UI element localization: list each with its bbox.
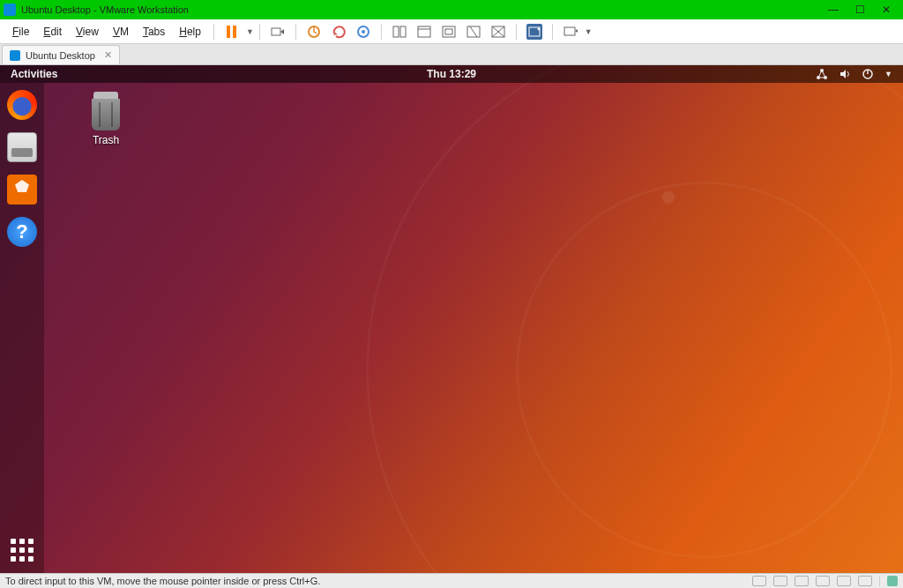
fullscreen-button[interactable] [526,24,542,40]
close-tab-button[interactable]: ✕ [104,49,112,61]
svg-rect-6 [418,26,430,37]
minimize-button[interactable]: — [820,4,847,16]
fit-guest-button[interactable] [392,24,407,40]
svg-rect-8 [443,26,455,37]
messages-icon[interactable] [887,576,898,586]
gnome-top-bar: Activities Thu 13:29 ▼ [0,65,903,83]
usb-icon[interactable] [816,576,830,586]
volume-icon [839,68,851,80]
guest-desktop[interactable]: Activities Thu 13:29 ▼ Trash [0,65,903,573]
snapshot-manage-button[interactable] [355,24,371,40]
svg-line-11 [470,26,477,37]
menu-vm[interactable]: VM [106,22,136,41]
vm-icon [10,50,20,61]
svg-rect-4 [393,26,399,37]
svg-rect-5 [400,26,406,37]
device-tray [752,576,898,586]
svg-rect-16 [564,27,575,35]
menu-help[interactable]: Help [172,22,208,41]
dock-firefox[interactable] [7,90,37,120]
pause-vm-button[interactable] [224,24,240,40]
fit-window-button[interactable] [416,24,432,40]
separator-icon [295,24,296,40]
stretch-button[interactable] [441,24,457,40]
separator-icon [213,24,214,40]
status-hint: To direct input to this VM, move the mou… [5,576,320,586]
snapshot-revert-button[interactable] [331,24,347,40]
trash-label: Trash [71,134,141,146]
host-titlebar: Ubuntu Desktop - VMware Workstation — ☐ … [0,0,903,19]
cycle-multiple-monitors-button[interactable] [563,24,578,40]
separator-icon [516,24,517,40]
exclusive-button[interactable] [490,24,506,40]
send-ctrl-alt-del-button[interactable] [270,24,286,40]
status-bar: To direct input to this VM, move the mou… [0,573,903,588]
svg-point-3 [362,30,365,33]
system-tray[interactable]: ▼ [816,68,892,80]
printer-icon[interactable] [858,576,872,586]
dock-files[interactable] [7,132,37,162]
menu-file[interactable]: File [5,22,36,41]
tab-bar: Ubuntu Desktop ✕ [0,44,903,65]
activities-button[interactable]: Activities [11,68,57,80]
dock-software[interactable] [7,175,37,205]
show-applications-button[interactable] [10,538,34,562]
vm-tab-title: Ubuntu Desktop [26,50,95,61]
vmware-logo-icon [4,4,16,16]
vm-tab[interactable]: Ubuntu Desktop ✕ [2,45,120,64]
host-title: Ubuntu Desktop - VMware Workstation [21,4,189,15]
menu-tabs[interactable]: Tabs [136,22,172,41]
dock-help[interactable] [7,217,37,247]
maximize-button[interactable]: ☐ [847,4,873,16]
pause-icon [227,26,236,38]
chevron-down-icon[interactable]: ▼ [246,27,254,36]
trash-desktop-item[interactable]: Trash [71,92,141,146]
cd-icon[interactable] [773,576,787,586]
separator-icon [381,24,382,40]
separator-icon [259,24,260,40]
snapshot-take-button[interactable] [306,24,322,40]
trash-icon [88,92,123,130]
svg-rect-0 [272,28,280,35]
close-button[interactable]: ✕ [873,4,899,16]
clock-button[interactable]: Thu 13:29 [427,68,476,80]
separator-icon [552,24,553,40]
dock [0,83,44,573]
power-icon [862,68,874,80]
menubar: File Edit View VM Tabs Help ▼ ▼ [0,19,903,44]
network-icon [816,68,828,80]
chevron-down-icon[interactable]: ▼ [585,27,593,36]
hdd-icon[interactable] [752,576,766,586]
chevron-down-icon: ▼ [884,70,892,78]
svg-rect-9 [445,29,452,34]
menu-edit[interactable]: Edit [36,22,69,41]
desktop-area[interactable]: Trash [53,92,903,573]
menu-view[interactable]: View [69,22,106,41]
sound-icon[interactable] [837,576,851,586]
tray-separator [879,576,880,586]
unity-button[interactable] [466,24,481,40]
net-adapter-icon[interactable] [795,576,809,586]
